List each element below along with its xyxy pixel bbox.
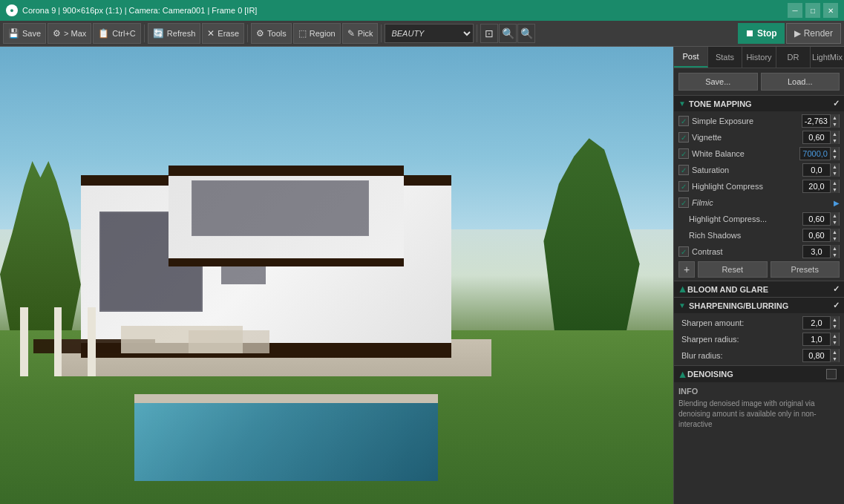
contrast-down[interactable]: ▼ bbox=[830, 252, 839, 258]
filmic-expand-arrow[interactable]: ▶ bbox=[834, 199, 840, 207]
rich-shadows-row: Rich Shadows 0,60 ▲ ▼ bbox=[674, 227, 844, 243]
pool-water bbox=[134, 399, 437, 481]
sharpen-amount-up[interactable]: ▲ bbox=[830, 316, 839, 323]
blur-radius-value[interactable]: 0,80 bbox=[803, 351, 830, 360]
tab-post[interactable]: Post bbox=[674, 47, 708, 68]
highlight-compress-down[interactable]: ▼ bbox=[830, 186, 839, 193]
sharpen-radius-value[interactable]: 1,0 bbox=[803, 335, 830, 344]
simple-exposure-spinners: ▲ ▼ bbox=[830, 114, 839, 128]
vignette-down[interactable]: ▼ bbox=[830, 137, 839, 144]
tab-dr[interactable]: DR bbox=[776, 47, 811, 68]
save-button[interactable]: 💾 Save bbox=[3, 23, 46, 44]
beauty-select[interactable]: BEAUTY bbox=[385, 24, 474, 43]
rich-shadows-down[interactable]: ▼ bbox=[830, 235, 839, 242]
sharpen-radius-down[interactable]: ▼ bbox=[830, 339, 839, 346]
refresh-button[interactable]: 🔄 Refresh bbox=[148, 23, 201, 44]
sub-highlight-compress-spinners: ▲ ▼ bbox=[830, 212, 839, 226]
zoom-fit-button[interactable]: ⊡ bbox=[480, 24, 498, 43]
saturation-value[interactable]: 0,0 bbox=[803, 166, 830, 174]
sharpen-radius-up[interactable]: ▲ bbox=[830, 333, 839, 339]
blur-radius-up[interactable]: ▲ bbox=[830, 349, 839, 356]
info-text: Blending denoised image with original vi… bbox=[678, 399, 840, 430]
erase-button[interactable]: ✕ Erase bbox=[202, 23, 244, 44]
highlight-compress-check[interactable]: ✓ bbox=[678, 181, 689, 192]
white-balance-down[interactable]: ▼ bbox=[830, 154, 839, 160]
sharpen-amount-value[interactable]: 2,0 bbox=[803, 318, 830, 327]
filmic-label: Filmic bbox=[692, 198, 834, 207]
simple-exposure-value[interactable]: -2,763 bbox=[802, 117, 830, 125]
simple-exposure-up[interactable]: ▲ bbox=[830, 114, 839, 121]
tools-icon: ⚙ bbox=[256, 28, 264, 39]
panel-load-button[interactable]: Load... bbox=[761, 73, 840, 91]
render-button[interactable]: ▶ Render bbox=[786, 23, 841, 44]
sub-highlight-compress-down[interactable]: ▼ bbox=[830, 219, 839, 226]
denoising-header[interactable]: ▶ DENOISING bbox=[674, 365, 844, 382]
stop-button[interactable]: ⏹ Stop bbox=[738, 23, 785, 44]
tab-stats[interactable]: Stats bbox=[708, 47, 742, 68]
sharpening-header[interactable]: ▼ SHARPENING/BLURRING ✓ bbox=[674, 297, 844, 313]
simple-exposure-label: Simple Exposure bbox=[692, 117, 802, 125]
white-balance-up[interactable]: ▲ bbox=[830, 147, 839, 154]
copy-button[interactable]: 📋 Ctrl+C bbox=[93, 23, 140, 44]
vignette-up[interactable]: ▲ bbox=[830, 131, 839, 137]
vignette-value[interactable]: 0,60 bbox=[803, 133, 830, 142]
titlebar: ● Corona 9 | 900×616px (1:1) | Camera: C… bbox=[0, 0, 844, 21]
highlight-compress-value[interactable]: 20,0 bbox=[803, 182, 830, 191]
blur-radius-down[interactable]: ▼ bbox=[830, 356, 839, 362]
tone-mapping-arrow: ▼ bbox=[678, 99, 686, 108]
save-icon: 💾 bbox=[8, 28, 19, 39]
filmic-check[interactable]: ✓ bbox=[678, 197, 689, 208]
sharpen-amount-row: Sharpen amount: 2,0 ▲ ▼ bbox=[674, 315, 844, 331]
contrast-check[interactable]: ✓ bbox=[678, 246, 689, 257]
saturation-up[interactable]: ▲ bbox=[830, 163, 839, 170]
tone-mapping-header[interactable]: ▼ TONE MAPPING ✓ bbox=[674, 95, 844, 111]
presets-button[interactable]: Presets bbox=[771, 261, 840, 278]
reset-button[interactable]: Reset bbox=[698, 261, 768, 278]
sub-highlight-compress-value[interactable]: 0,60 bbox=[803, 215, 830, 223]
rich-shadows-value[interactable]: 0,60 bbox=[803, 231, 830, 240]
rich-shadows-label: Rich Shadows bbox=[689, 231, 802, 240]
sharpen-amount-label: Sharpen amount: bbox=[678, 318, 802, 327]
close-button[interactable]: ✕ bbox=[823, 3, 838, 18]
tone-mapping-label: TONE MAPPING bbox=[689, 99, 752, 108]
vignette-check[interactable]: ✓ bbox=[678, 132, 689, 143]
blur-radius-label: Blur radius: bbox=[678, 351, 802, 360]
simple-exposure-down[interactable]: ▼ bbox=[830, 121, 839, 128]
tab-history[interactable]: History bbox=[742, 47, 776, 68]
add-button[interactable]: + bbox=[678, 261, 695, 278]
sharpen-amount-down[interactable]: ▼ bbox=[830, 323, 839, 330]
contrast-value[interactable]: 3,0 bbox=[803, 247, 830, 256]
white-balance-check[interactable]: ✓ bbox=[678, 148, 689, 159]
vignette-spinners: ▲ ▼ bbox=[830, 131, 839, 144]
maximize-button[interactable]: □ bbox=[805, 3, 820, 18]
undo-button[interactable]: ⚙ > Max bbox=[48, 23, 91, 44]
saturation-down[interactable]: ▼ bbox=[830, 170, 839, 177]
contrast-up[interactable]: ▲ bbox=[830, 245, 839, 252]
white-balance-spinners: ▲ ▼ bbox=[830, 147, 839, 160]
tab-lightmix[interactable]: LightMix bbox=[811, 47, 844, 68]
copy-icon: 📋 bbox=[98, 28, 109, 39]
zoom-in-button[interactable]: 🔍 bbox=[517, 24, 535, 43]
zoom-out-button[interactable]: 🔍 bbox=[499, 24, 517, 43]
pick-button[interactable]: ✎ Pick bbox=[342, 23, 379, 44]
rich-shadows-up[interactable]: ▲ bbox=[830, 229, 839, 235]
tone-mapping-actions: + Reset Presets bbox=[674, 260, 844, 279]
stop-icon: ⏹ bbox=[745, 28, 754, 39]
blur-radius-value-box: 0,80 ▲ ▼ bbox=[802, 349, 840, 362]
tools-button[interactable]: ⚙ Tools bbox=[251, 23, 292, 44]
upper-beam-bottom bbox=[169, 258, 404, 266]
sub-highlight-compress-up[interactable]: ▲ bbox=[830, 212, 839, 219]
outdoor-table bbox=[189, 330, 269, 353]
bloom-glare-header[interactable]: ▶ BLOOM AND GLARE ✓ bbox=[674, 281, 844, 297]
erase-icon: ✕ bbox=[207, 28, 215, 39]
saturation-check[interactable]: ✓ bbox=[678, 165, 689, 175]
white-balance-value[interactable]: 7000,0 bbox=[800, 149, 830, 158]
minimize-button[interactable]: ─ bbox=[788, 3, 802, 18]
simple-exposure-check[interactable]: ✓ bbox=[678, 116, 689, 126]
panel-save-button[interactable]: Save... bbox=[678, 73, 758, 91]
sharpening-content: Sharpen amount: 2,0 ▲ ▼ Sharpen radius: … bbox=[674, 313, 844, 365]
highlight-compress-up[interactable]: ▲ bbox=[830, 180, 839, 186]
sharpen-radius-value-box: 1,0 ▲ ▼ bbox=[802, 333, 840, 346]
denoising-check[interactable] bbox=[826, 369, 837, 379]
region-button[interactable]: ⬚ Region bbox=[293, 23, 341, 44]
